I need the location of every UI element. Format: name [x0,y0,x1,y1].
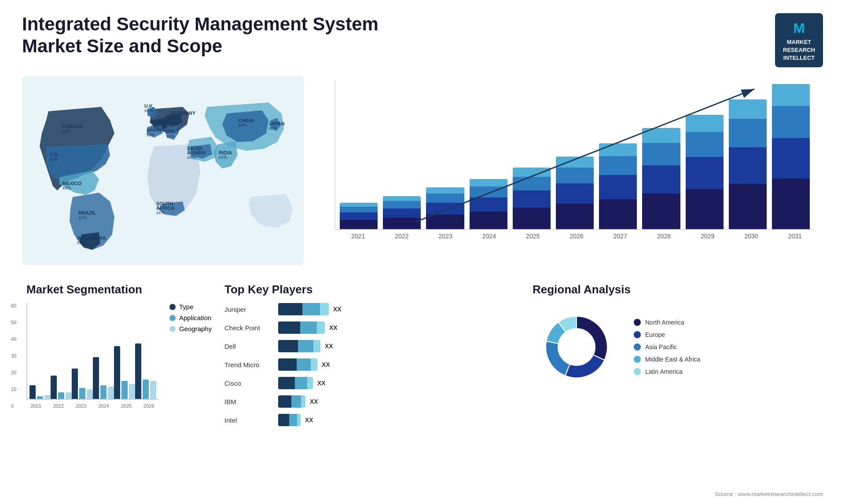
svg-text:xx%: xx% [78,215,87,220]
bar-segment [599,156,637,175]
seg-bar [93,357,99,399]
stacked-bar: XX [513,168,551,229]
bar-chart-inner: XXXXXXXXXXXXXXXXXXXXXX 20212022202320242… [334,80,814,243]
legend-item: Geography [169,325,212,332]
page-container: Integrated Security Management System Ma… [0,0,845,504]
bar-x-label: 2031 [776,233,814,240]
bar-segment [426,194,464,203]
seg-bar [66,392,72,399]
stacked-bar: XX [470,179,507,229]
player-bar-container: XX [278,321,511,334]
player-value: XX [317,380,326,387]
seg-bar [121,381,128,399]
bar-group: XX [686,115,724,229]
donut-chart-svg [533,303,621,391]
stacked-bar: XX [642,128,680,229]
player-bars-wrap [278,395,305,408]
regional-legend: North AmericaEuropeAsia PacificMiddle Ea… [634,319,700,375]
bar-group: XX [772,84,810,229]
seg-x-label: 2022 [49,402,68,409]
player-bar-segment [307,377,313,389]
map-section: CANADA xx% U.S. xx% MEXICO xx% BRAZIL xx… [22,76,304,265]
player-bar-container: XX [278,377,511,389]
bar-segment [513,208,551,229]
bar-group: XX [383,196,421,229]
regional-legend-item: Latin America [634,368,700,375]
legend-item: Type [169,303,212,310]
seg-bar [51,376,57,399]
legend-item: Application [169,314,212,321]
player-bar-segment [313,340,320,352]
bar-segment [556,204,594,229]
bar-segment [772,106,810,138]
player-bar-segment [297,414,301,426]
legend-label: Type [179,303,194,310]
player-name: Check Point [224,324,273,332]
bar-segment [470,212,507,229]
reg-legend-label: Latin America [645,368,683,375]
bar-segment [383,201,421,208]
reg-legend-dot [634,356,641,363]
svg-text:xx%: xx% [171,115,179,120]
reg-legend-label: Middle East & Africa [645,356,700,363]
seg-y-labels: 6050403020100 [11,303,16,409]
bar-segment [642,143,680,165]
seg-group [114,346,135,399]
reg-legend-label: Asia Pacific [645,343,677,351]
bar-x-label: 2021 [339,233,377,240]
player-bar-segment [317,321,325,334]
seg-x-label: 2023 [72,402,91,409]
seg-x-label: 2021 [26,402,45,409]
bar-group: XX [642,128,680,229]
player-bar-container: XX [278,395,511,408]
bars-container: XXXXXXXXXXXXXXXXXXXXXX [334,80,814,230]
legend-dot [169,326,176,332]
svg-text:xx%: xx% [219,155,227,160]
bar-segment [772,84,810,106]
stacked-bar: XX [383,196,421,229]
reg-legend-dot [634,319,641,326]
stacked-bar: XX [772,84,810,229]
bottom-grid: Market Segmentation 6050403020100 202120… [22,278,823,504]
seg-x-label: 2025 [117,402,136,409]
seg-bar [108,387,114,399]
player-bars-wrap [278,358,317,371]
bar-x-label: 2023 [426,233,465,240]
reg-legend-dot [634,343,641,351]
seg-bar [37,396,43,399]
bar-x-label: 2024 [470,233,508,240]
bar-segment [729,119,767,147]
bar-x-label: 2025 [514,233,552,240]
seg-group [29,385,51,399]
player-value: XX [310,398,318,405]
bar-segment [426,187,464,194]
player-bars-wrap [278,414,301,426]
player-row: IntelXX [224,414,511,426]
player-bar-segment [278,414,289,426]
bar-x-label: 2022 [382,233,421,240]
bar-segment [426,215,464,229]
bar-segment [340,212,378,220]
bar-x-label: 2026 [557,233,595,240]
player-bar-container: XX [278,358,511,371]
bar-segment [686,157,724,189]
stacked-bar: XX [426,187,464,229]
player-bars-wrap [278,303,329,315]
seg-x-label: 2024 [94,402,113,409]
seg-bar [150,381,156,399]
player-value: XX [333,306,342,313]
seg-x-label: 2026 [140,402,158,409]
bar-segment [772,179,810,229]
legend-dot [169,304,176,310]
svg-text:xx%: xx% [187,155,195,160]
player-bar-segment [278,321,300,334]
bar-group: XX [556,157,594,229]
bar-segment [383,208,421,218]
logo-box: M MARKET RESEARCH INTELLECT [775,13,823,67]
bar-chart-section: XXXXXXXXXXXXXXXXXXXXXX 20212022202320242… [317,76,823,265]
player-bar-container: XX [278,303,511,315]
player-bar-segment [298,340,313,352]
seg-x-labels: 202120222023202420252026 [26,402,158,409]
seg-group [135,343,156,399]
seg-bar [29,385,36,399]
